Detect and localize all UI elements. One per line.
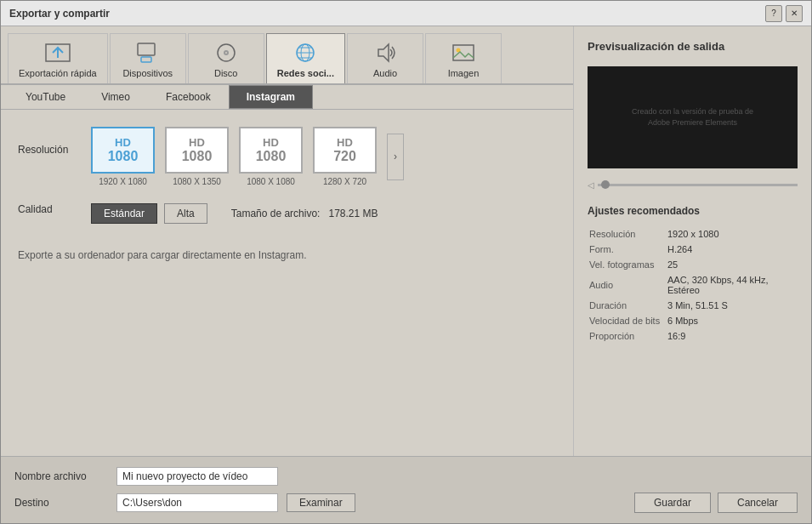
settings-key: Form. <box>589 242 666 256</box>
tab-imagen-label: Imagen <box>448 68 480 78</box>
cancel-button[interactable]: Cancelar <box>718 493 798 513</box>
svg-marker-13 <box>378 44 389 61</box>
resolution-section: Resolución HD 1080 1920 X 1080 HD <box>18 127 556 186</box>
slider-track[interactable] <box>598 184 798 186</box>
res-caption-2: 1080 X 1080 <box>247 177 295 186</box>
filename-label: Nombre archivo <box>14 470 108 482</box>
title-bar: Exportar y compartir ? ✕ <box>1 1 811 26</box>
file-size-value: 178.21 MB <box>328 208 378 219</box>
settings-key: Resolución <box>589 227 666 241</box>
info-text: Exporte a su ordenador para cargar direc… <box>18 241 556 270</box>
tab-exportacion[interactable]: Exportación rápida <box>8 33 108 83</box>
tab-disco[interactable]: Disco <box>188 33 264 83</box>
quality-controls: Estándar Alta Tamaño de archivo: 178.21 … <box>91 203 378 224</box>
preview-slider[interactable]: ◁ <box>588 180 798 190</box>
settings-value: 3 Min, 51.51 S <box>667 299 796 312</box>
disco-icon <box>213 41 240 65</box>
right-panel: Previsualización de salida Creado con la… <box>573 26 811 456</box>
svg-point-7 <box>225 52 227 54</box>
tab-audio-label: Audio <box>373 68 397 78</box>
close-button[interactable]: ✕ <box>786 5 803 22</box>
slider-thumb <box>601 180 610 189</box>
filename-input[interactable] <box>116 467 278 486</box>
settings-row: Velocidad de bits6 Mbps <box>589 314 796 328</box>
settings-row: Proporción16:9 <box>589 329 796 343</box>
tab-dispositivos-label: Dispositivos <box>122 68 173 78</box>
preview-image: Creado con la versión de prueba de Adobe… <box>588 66 798 168</box>
imagen-icon <box>450 41 477 65</box>
settings-row: Vel. fotogramas25 <box>589 258 796 271</box>
res-option-3[interactable]: HD 720 1280 X 720 <box>313 127 377 186</box>
settings-value: 6 Mbps <box>667 314 796 328</box>
svg-rect-4 <box>139 45 154 54</box>
tab-exportacion-label: Exportación rápida <box>19 68 97 78</box>
settings-table: Resolución1920 x 1080Form.H.264Vel. foto… <box>588 225 798 345</box>
quality-estandar-button[interactable]: Estándar <box>91 203 157 224</box>
subtab-instagram[interactable]: Instagram <box>229 85 313 109</box>
res-option-2[interactable]: HD 1080 1080 X 1080 <box>239 127 303 186</box>
tab-redes-label: Redes soci... <box>277 68 334 78</box>
tab-audio[interactable]: Audio <box>347 33 423 83</box>
file-size-label: Tamaño de archivo: 178.21 MB <box>231 208 378 219</box>
dispositivos-icon <box>134 41 162 65</box>
tab-imagen[interactable]: Imagen <box>425 33 502 83</box>
settings-value: AAC, 320 Kbps, 44 kHz, Estéreo <box>667 273 796 297</box>
settings-row: Form.H.264 <box>589 242 796 256</box>
dest-path-input[interactable] <box>116 493 278 512</box>
settings-row: Duración3 Min, 51.51 S <box>589 299 796 312</box>
dialog-title: Exportar y compartir <box>9 8 110 20</box>
settings-value: 16:9 <box>667 329 796 343</box>
subtab-vimeo[interactable]: Vimeo <box>83 85 148 109</box>
settings-key: Audio <box>589 273 666 297</box>
subtab-youtube[interactable]: YouTube <box>8 85 83 109</box>
preview-title: Previsualización de salida <box>588 40 798 53</box>
res-caption-0: 1920 X 1080 <box>99 177 147 186</box>
quality-section: Calidad Estándar Alta Tamaño de archivo:… <box>18 203 556 224</box>
bottom-area: Nombre archivo Destino Examinar Guardar … <box>1 456 811 523</box>
left-panel: Exportación rápida Dispositivos <box>1 26 573 456</box>
res-box-0: HD 1080 <box>91 127 155 174</box>
dialog: Exportar y compartir ? ✕ Export <box>0 0 812 524</box>
resolution-label: Resolución <box>18 127 77 156</box>
quality-alta-button[interactable]: Alta <box>164 203 207 224</box>
dest-label: Destino <box>14 497 108 509</box>
res-option-0[interactable]: HD 1080 1920 X 1080 <box>91 127 155 186</box>
settings-key: Vel. fotogramas <box>589 258 666 271</box>
exportacion-icon <box>44 41 71 65</box>
res-scroll-right[interactable]: › <box>387 134 404 180</box>
tab-dispositivos[interactable]: Dispositivos <box>110 33 186 83</box>
settings-key: Proporción <box>589 329 666 343</box>
filename-row: Nombre archivo <box>14 467 798 486</box>
quality-label: Calidad <box>18 203 77 215</box>
resolution-options: HD 1080 1920 X 1080 HD 1080 1080 X 1350 <box>91 127 404 186</box>
svg-rect-14 <box>453 45 474 60</box>
res-option-1[interactable]: HD 1080 1080 X 1350 <box>165 127 229 186</box>
res-box-1: HD 1080 <box>165 127 229 174</box>
top-tabs: Exportación rápida Dispositivos <box>1 26 573 85</box>
redes-icon <box>292 41 319 65</box>
save-button[interactable]: Guardar <box>634 493 711 513</box>
audio-icon <box>372 41 399 65</box>
subtab-facebook[interactable]: Facebook <box>148 85 229 109</box>
slider-start-icon: ◁ <box>588 180 594 190</box>
browse-button[interactable]: Examinar <box>287 493 355 512</box>
tab-redes[interactable]: Redes soci... <box>266 33 345 83</box>
settings-row: Resolución1920 x 1080 <box>589 227 796 241</box>
settings-value: H.264 <box>667 242 796 256</box>
dest-row: Destino Examinar Guardar Cancelar <box>14 493 798 513</box>
svg-rect-3 <box>141 57 151 62</box>
settings-value: 25 <box>667 258 796 271</box>
res-box-3: HD 720 <box>313 127 377 174</box>
settings-title: Ajustes recomendados <box>588 205 798 217</box>
res-box-2: HD 1080 <box>239 127 303 174</box>
settings-key: Duración <box>589 299 666 312</box>
help-button[interactable]: ? <box>765 5 782 22</box>
preview-watermark: Creado con la versión de prueba de Adobe… <box>632 106 753 128</box>
res-caption-1: 1080 X 1350 <box>173 177 221 186</box>
main-content: Exportación rápida Dispositivos <box>1 26 811 456</box>
title-bar-buttons: ? ✕ <box>765 5 803 22</box>
action-buttons: Guardar Cancelar <box>634 493 798 513</box>
settings-row: AudioAAC, 320 Kbps, 44 kHz, Estéreo <box>589 273 796 297</box>
settings-value: 1920 x 1080 <box>667 227 796 241</box>
settings-key: Velocidad de bits <box>589 314 666 328</box>
